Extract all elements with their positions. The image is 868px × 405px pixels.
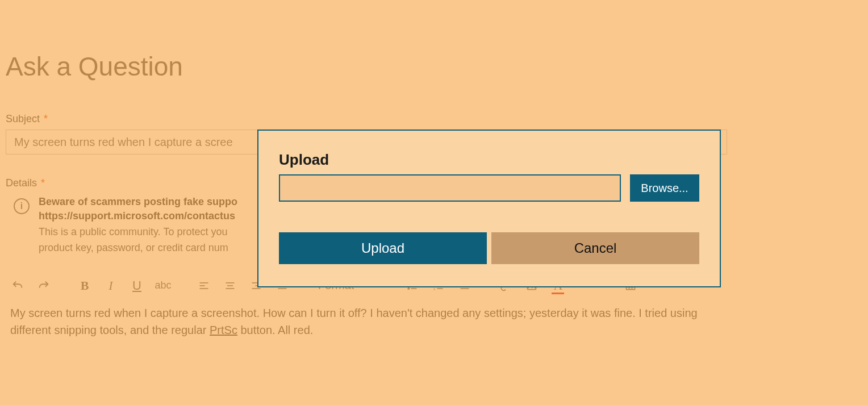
file-path-input[interactable] (279, 174, 621, 202)
upload-button[interactable]: Upload (279, 232, 487, 264)
browse-button[interactable]: Browse... (630, 174, 699, 202)
upload-modal: Upload Browse... Upload Cancel (257, 130, 721, 287)
modal-title: Upload (279, 151, 699, 169)
cancel-button[interactable]: Cancel (491, 232, 699, 264)
